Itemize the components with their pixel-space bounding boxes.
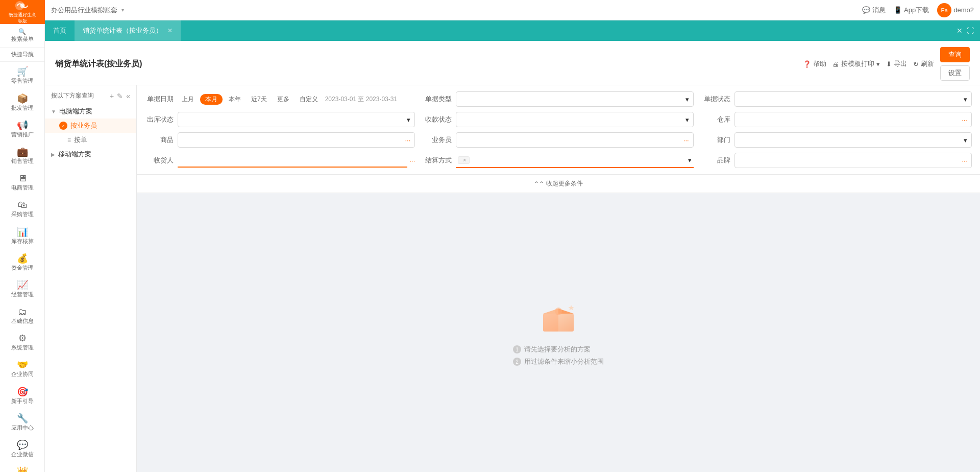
brand-select[interactable]: ···	[734, 153, 972, 168]
date-tab-lastmonth[interactable]: 上月	[178, 94, 198, 105]
tab-expand-icon[interactable]: ⛶	[967, 27, 974, 35]
sidebar-item-ecommerce[interactable]: 🖥 电商管理	[0, 169, 44, 195]
consignee-dots[interactable]: ···	[409, 157, 415, 164]
tab-sales-stat[interactable]: 销货单统计表（按业务员） ✕	[75, 20, 181, 41]
salesman-dots[interactable]: ···	[683, 136, 689, 144]
date-tab-thisyear[interactable]: 本年	[225, 94, 245, 105]
brand-dots[interactable]: ···	[962, 157, 967, 164]
filter-row-1: 单据日期 上月 本月 本年 近7天 更多 自定义 20	[145, 91, 972, 107]
scheme-group-mobile: ▶ 移动端方案	[45, 147, 136, 161]
sidebar-search[interactable]: 🔍 搜索菜单	[0, 24, 44, 48]
warehouse-dots[interactable]: ···	[962, 116, 967, 124]
help-button[interactable]: ❓ 帮助	[803, 59, 826, 68]
sidebar-item-finance[interactable]: 💰 资金管理	[0, 249, 44, 275]
settlement-tag: ×	[458, 156, 470, 164]
page-content: 销货单统计表(按业务员) ❓ 帮助 🖨 按模板打印 ▾ ⬇ 导出 ↻ 刷新	[45, 41, 980, 472]
collapse-button[interactable]: ⌃⌃ 收起更多条件	[529, 178, 588, 190]
scheme-group-desktop: ▼ 电脑端方案 ✓ 按业务员 ≡ 按单	[45, 104, 136, 147]
sidebar-item-wechat[interactable]: 💬 企业微信	[0, 435, 44, 462]
department-select[interactable]: ▾	[734, 132, 972, 148]
scheme-item-by-order[interactable]: ≡ 按单	[45, 133, 136, 147]
inventory-icon: 📊	[17, 227, 28, 237]
sidebar-item-inventory[interactable]: 📊 库存核算	[0, 222, 44, 249]
sidebar-item-purchase[interactable]: 🛍 采购管理	[0, 195, 44, 222]
settlement-select[interactable]: × ▾	[456, 153, 693, 168]
enterprise-icon: 🤝	[17, 360, 28, 369]
tab-close-all-icon[interactable]: ✕	[957, 27, 963, 35]
docstatus-select[interactable]: ▾	[734, 91, 972, 107]
date-tab-thismonth[interactable]: 本月	[200, 94, 223, 105]
query-button[interactable]: 查询	[940, 47, 970, 62]
app-download-label: App下载	[904, 6, 929, 15]
doctype-select[interactable]: ▾	[456, 91, 693, 107]
stockstatus-select[interactable]: ▾	[178, 112, 415, 127]
messages-button[interactable]: 💬 消息	[862, 6, 886, 15]
workspace-dropdown-icon[interactable]: ▾	[121, 7, 124, 13]
scheme-item-by-salesman[interactable]: ✓ 按业务员	[45, 119, 136, 133]
consignee-input[interactable]	[178, 153, 407, 168]
print-dropdown-icon[interactable]: ▾	[876, 60, 880, 68]
settlement-remove-icon[interactable]: ×	[463, 157, 466, 163]
tab-home[interactable]: 首页	[45, 20, 75, 41]
date-tab-7days[interactable]: 近7天	[247, 94, 271, 105]
query-settings-buttons: 查询 设置	[940, 47, 970, 81]
sidebar-item-system[interactable]: ⚙ 系统管理	[0, 328, 44, 355]
sidebar-item-enterprise[interactable]: 🤝 企业协同	[0, 355, 44, 382]
collapse-bar: ⌃⌃ 收起更多条件	[137, 175, 980, 193]
table-area: 1 请先选择要分析的方案 2 用过滤条件来缩小分析范围	[137, 193, 980, 472]
scheme-group-mobile-header[interactable]: ▶ 移动端方案	[45, 147, 136, 161]
stockstatus-label: 出库状态	[145, 115, 174, 124]
date-tab-more[interactable]: 更多	[273, 94, 293, 105]
export-button[interactable]: ⬇ 导出	[886, 59, 907, 68]
tab-sales-stat-label: 销货单统计表（按业务员）	[83, 26, 162, 35]
filter-cell-date: 单据日期 上月 本月 本年 近7天 更多 自定义 20	[145, 94, 415, 105]
left-panel-header-label: 按以下方案查询	[51, 91, 94, 100]
sidebar-item-retail[interactable]: 🛒 零售管理	[0, 62, 44, 88]
sidebar-quick-nav[interactable]: 快捷导航	[0, 48, 44, 62]
filter-cell-warehouse: 仓库 ···	[702, 112, 972, 127]
product-label: 商品	[145, 135, 174, 145]
app-download-button[interactable]: 📱 App下载	[894, 6, 929, 15]
sidebar-item-newbie[interactable]: 🎯 新手引导	[0, 382, 44, 409]
empty-tip-2: 2 用过滤条件来缩小分析范围	[513, 357, 604, 366]
user-profile[interactable]: Ea demo2	[937, 3, 974, 17]
settings-button[interactable]: 设置	[940, 65, 970, 81]
refresh-button[interactable]: ↻ 刷新	[913, 59, 934, 68]
add-scheme-icon[interactable]: +	[110, 92, 114, 100]
sidebar-item-basic[interactable]: 🗂 基础信息	[0, 302, 44, 328]
print-icon: 🖨	[832, 60, 839, 68]
doctype-arrow-icon: ▾	[685, 96, 689, 103]
sidebar-item-wholesale[interactable]: 📦 批发管理	[0, 89, 44, 115]
print-label: 按模板打印	[841, 59, 874, 68]
salesman-scheme-dot: ✓	[59, 122, 67, 130]
warehouse-select[interactable]: ···	[734, 112, 972, 127]
filter-area: 单据日期 上月 本月 本年 近7天 更多 自定义 20	[137, 85, 980, 175]
edit-scheme-icon[interactable]: ✎	[117, 92, 123, 100]
topbar: 办公用品行业模拟账套 ▾ 💬 消息 📱 App下载 Ea demo2	[45, 0, 980, 20]
stockstatus-arrow-icon: ▾	[407, 116, 410, 124]
filter-cell-consignee: 收货人 ···	[145, 153, 415, 168]
doctype-label: 单据类型	[423, 95, 452, 104]
salesman-select[interactable]: ···	[456, 132, 693, 148]
paymentstatus-select[interactable]: ▾	[456, 112, 693, 127]
docstatus-arrow-icon: ▾	[964, 96, 967, 103]
sidebar-item-appcenter[interactable]: 🔧 应用中心	[0, 409, 44, 435]
filter-cell-stockstatus: 出库状态 ▾	[145, 112, 415, 127]
sidebar-item-sales[interactable]: 💼 销售管理	[0, 142, 44, 169]
export-icon: ⬇	[886, 60, 892, 68]
tab-close-icon[interactable]: ✕	[167, 27, 173, 34]
left-panel-header: 按以下方案查询 + ✎ «	[45, 89, 136, 104]
print-button[interactable]: 🖨 按模板打印 ▾	[832, 59, 880, 68]
scheme-group-desktop-header[interactable]: ▼ 电脑端方案	[45, 104, 136, 119]
date-tab-custom[interactable]: 自定义	[296, 94, 322, 105]
sidebar-item-member[interactable]: 👑 畅会员	[0, 462, 44, 472]
filter-cell-doctype: 单据类型 ▾	[423, 91, 693, 107]
product-select[interactable]: ···	[178, 132, 415, 148]
page-header-actions: ❓ 帮助 🖨 按模板打印 ▾ ⬇ 导出 ↻ 刷新 查询	[803, 47, 970, 81]
collapse-panel-icon[interactable]: «	[126, 92, 130, 100]
sidebar-item-operations[interactable]: 📈 经营管理	[0, 275, 44, 302]
sidebar-item-marketing[interactable]: 📢 营销推广	[0, 115, 44, 142]
product-dots[interactable]: ···	[405, 136, 410, 144]
marketing-icon: 📢	[17, 121, 28, 130]
system-icon: ⚙	[18, 334, 27, 343]
